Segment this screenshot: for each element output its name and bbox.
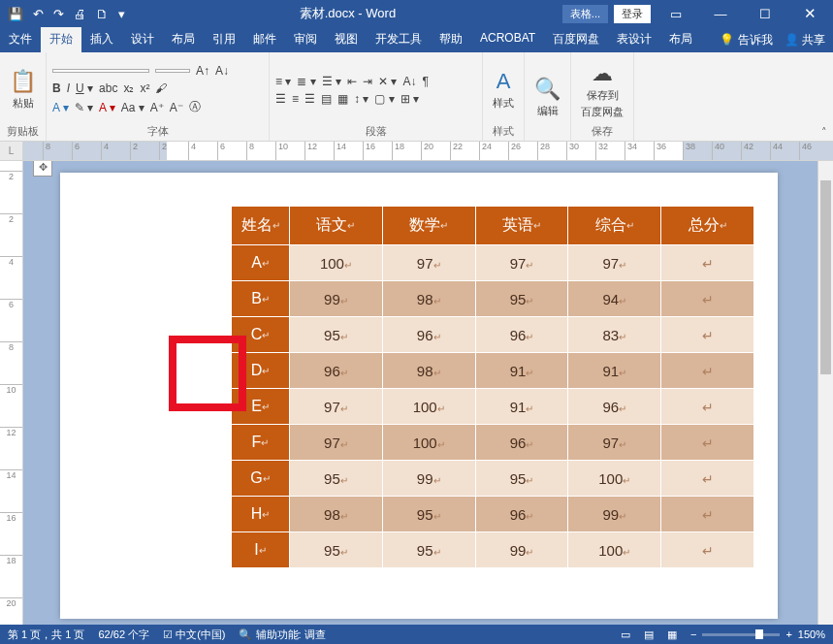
cell[interactable]: 95↵ [475,461,568,497]
vertical-ruler[interactable]: 22468101214161820 [0,161,23,625]
show-marks-button[interactable]: ¶ [422,75,428,88]
cell[interactable]: 98↵ [382,281,475,317]
vertical-scrollbar[interactable] [817,161,833,625]
distributed-button[interactable]: ▦ [337,92,348,106]
cell[interactable]: 95↵ [382,497,475,532]
document-area[interactable]: ✥ 姓名↵语文↵数学↵英语↵综合↵总分↵ A↵100↵97↵97↵97↵↵B↵9… [23,161,817,625]
italic-button[interactable]: I [67,81,70,95]
cell[interactable]: 99↵ [382,461,475,497]
tell-me[interactable]: 💡 告诉我 [720,32,772,48]
table-row[interactable]: F↵97↵100↵96↵97↵↵ [232,425,754,461]
tab-view[interactable]: 视图 [326,27,367,52]
cell[interactable]: 95↵ [290,317,383,353]
grow-font-icon[interactable]: A↑ [196,64,209,78]
cell[interactable]: 98↵ [382,353,475,389]
cell-total[interactable]: ↵ [661,353,754,389]
cell[interactable]: 83↵ [568,317,661,353]
new-icon[interactable]: 🗋 [96,7,109,21]
tab-review[interactable]: 审阅 [285,27,326,52]
indent-inc-button[interactable]: ⇥ [363,75,372,88]
font-size-select[interactable] [155,69,190,73]
row-name[interactable]: C↵ [232,317,290,353]
horizontal-ruler[interactable]: 8642246810121416182022242628303234363840… [23,142,833,160]
cell[interactable]: 97↵ [382,245,475,281]
underline-button[interactable]: U ▾ [76,81,93,95]
view-readmode-icon[interactable]: ▭ [621,628,630,641]
numbering-button[interactable]: ≣ ▾ [297,75,315,88]
table-row[interactable]: B↵99↵98↵95↵94↵↵ [232,281,754,317]
cell[interactable]: 96↵ [290,353,383,389]
cell[interactable]: 100↵ [382,389,475,425]
cell-total[interactable]: ↵ [661,497,754,532]
cell[interactable]: 96↵ [475,425,568,461]
qat-more-icon[interactable]: ▾ [118,7,125,21]
view-web-icon[interactable]: ▦ [667,628,677,641]
align-left-button[interactable]: ☰ [275,92,286,106]
table-tools-badge[interactable]: 表格... [562,5,608,23]
zoom-out-icon[interactable]: − [690,628,696,640]
shading-button[interactable]: ▢ ▾ [374,92,394,106]
tab-references[interactable]: 引用 [204,27,244,52]
line-spacing-button[interactable]: ↕ ▾ [354,92,368,106]
cell[interactable]: 96↵ [475,317,568,353]
table-row[interactable]: I↵95↵95↵99↵100↵↵ [232,532,754,568]
cell[interactable]: 100↵ [290,245,383,281]
minimize-icon[interactable]: — [701,0,740,27]
cell[interactable]: 95↵ [290,461,383,497]
cell[interactable]: 94↵ [568,281,661,317]
view-print-icon[interactable]: ▤ [644,628,654,641]
zoom-percent[interactable]: 150% [798,628,825,640]
redo-icon[interactable]: ↷ [53,7,64,21]
row-name[interactable]: H↵ [232,497,290,532]
tab-mailings[interactable]: 邮件 [244,27,285,52]
cell[interactable]: 96↵ [382,317,475,353]
clear-format-icon[interactable]: 🖌 [155,81,167,95]
cell[interactable]: 97↵ [475,245,568,281]
font-select[interactable] [52,69,149,73]
row-name[interactable]: F↵ [232,425,290,461]
cell[interactable]: 99↵ [568,497,661,532]
indent-dec-button[interactable]: ⇤ [347,75,357,88]
zoom-control[interactable]: − + 150% [690,628,825,640]
highlight-button[interactable]: ✎ ▾ [75,101,93,114]
tab-insert[interactable]: 插入 [81,27,122,52]
status-lang[interactable]: ☑ 中文(中国) [163,628,225,642]
share-button[interactable]: 👤 共享 [785,32,825,48]
status-wordcount[interactable]: 62/62 个字 [98,628,149,642]
scrollbar-thumb[interactable] [820,180,831,374]
cell[interactable]: 96↵ [475,497,568,532]
cell[interactable]: 91↵ [475,389,568,425]
bullets-button[interactable]: ≡ ▾ [275,75,291,88]
tab-file[interactable]: 文件 [0,27,41,52]
tab-design[interactable]: 设计 [122,27,163,52]
cell-total[interactable]: ↵ [661,245,754,281]
zoom-in-icon[interactable]: + [785,628,791,640]
status-page[interactable]: 第 1 页，共 1 页 [8,628,84,642]
font-color-button[interactable]: A ▾ [99,101,115,114]
change-case-button[interactable]: Aa ▾ [121,101,144,114]
table-header[interactable]: 英语↵ [475,207,568,245]
cell[interactable]: 97↵ [568,245,661,281]
save-baidu-button[interactable]: ☁ 保存到 百度网盘 [577,59,627,121]
align-right-button[interactable]: ☰ [304,92,315,106]
print-icon[interactable]: 🖨 [74,7,86,21]
table-header[interactable]: 数学↵ [382,207,475,245]
cell[interactable]: 100↵ [568,532,661,568]
text-effects-button[interactable]: A ▾ [52,101,69,114]
cell[interactable]: 100↵ [568,461,661,497]
table-header[interactable]: 语文↵ [290,207,383,245]
table-header[interactable]: 综合↵ [568,207,661,245]
char-border-button[interactable]: Ⓐ [189,99,201,115]
table-row[interactable]: E↵97↵100↵91↵96↵↵ [232,389,754,425]
undo-icon[interactable]: ↶ [33,7,44,21]
strikethrough-button[interactable]: abc [99,81,117,95]
cell[interactable]: 95↵ [382,532,475,568]
cell[interactable]: 99↵ [290,281,383,317]
cell[interactable]: 97↵ [568,425,661,461]
cell-total[interactable]: ↵ [661,317,754,353]
align-center-button[interactable]: ≡ [292,92,299,106]
table-row[interactable]: D↵96↵98↵91↵91↵↵ [232,353,754,389]
save-icon[interactable]: 💾 [8,7,23,21]
row-name[interactable]: A↵ [232,245,290,281]
cell[interactable]: 91↵ [568,353,661,389]
